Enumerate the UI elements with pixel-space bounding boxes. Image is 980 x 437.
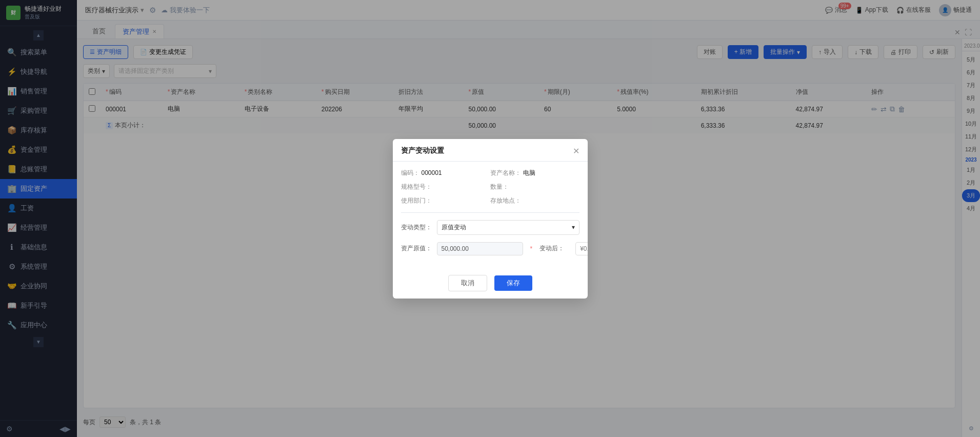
modal-name-field: 资产名称： 电脑	[490, 169, 579, 177]
select-chevron-icon: ▾	[572, 224, 575, 231]
modal-footer: 取消 保存	[393, 270, 588, 299]
modal-location-field: 存放地点：	[490, 196, 579, 205]
cancel-button[interactable]: 取消	[448, 275, 487, 291]
modal-code-field: 编码： 000001	[401, 169, 490, 177]
asset-value-label: 资产原值：	[401, 244, 432, 253]
modal-close-icon[interactable]: ✕	[573, 146, 579, 156]
modal-body: 编码： 000001 资产名称： 电脑 规格型号： 数量： 使用部门：	[393, 162, 588, 270]
asset-change-modal: 资产变动设置 ✕ 编码： 000001 资产名称： 电脑 规格型号： 数量：	[393, 139, 588, 299]
asset-value-input	[437, 242, 523, 255]
required-star: *	[530, 245, 533, 252]
modal-info-grid: 编码： 000001 资产名称： 电脑 规格型号： 数量： 使用部门：	[401, 169, 579, 205]
after-label: 变动后：	[539, 244, 570, 253]
change-type-label: 变动类型：	[401, 223, 432, 232]
asset-value-row: 资产原值： * 变动后：	[401, 242, 579, 255]
modal-overlay: 资产变动设置 ✕ 编码： 000001 资产名称： 电脑 规格型号： 数量：	[0, 0, 980, 437]
after-value-input[interactable]	[575, 242, 587, 255]
modal-spec-field: 规格型号：	[401, 183, 490, 191]
modal-title: 资产变动设置	[401, 146, 444, 155]
change-type-select[interactable]: 原值变动 ▾	[437, 220, 579, 235]
modal-quantity-field: 数量：	[490, 183, 579, 191]
modal-divider	[401, 212, 579, 213]
modal-dept-field: 使用部门：	[401, 196, 490, 205]
save-button[interactable]: 保存	[494, 275, 532, 291]
modal-header: 资产变动设置 ✕	[393, 139, 588, 162]
change-type-row: 变动类型： 原值变动 ▾	[401, 220, 579, 235]
